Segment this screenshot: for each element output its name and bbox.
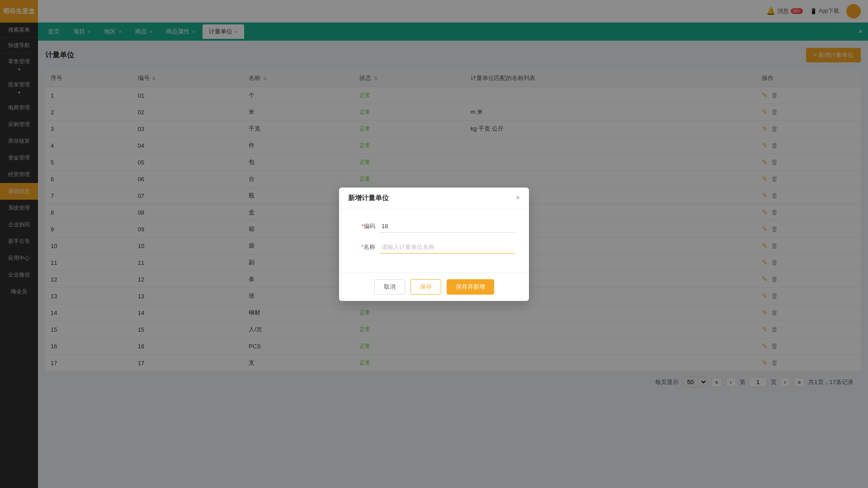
form-group-name: *名称	[353, 241, 515, 253]
modal-overlay: 新增计量单位 × *编码 *名称 取消 保存 保存并新增	[0, 0, 868, 488]
form-group-code: *编码	[353, 220, 515, 233]
add-unit-modal: 新增计量单位 × *编码 *名称 取消 保存 保存并新增	[339, 188, 529, 301]
name-label-text: 名称	[363, 244, 375, 250]
name-label: *名称	[353, 243, 375, 251]
code-label: *编码	[353, 222, 375, 230]
cancel-button[interactable]: 取消	[374, 279, 405, 295]
modal-footer: 取消 保存 保存并新增	[339, 272, 529, 301]
code-input[interactable]	[380, 220, 515, 233]
modal-close-button[interactable]: ×	[516, 194, 520, 202]
modal-body: *编码 *名称	[339, 209, 529, 272]
code-label-text: 编码	[363, 223, 375, 230]
save-button[interactable]: 保存	[410, 279, 441, 295]
save-and-new-button[interactable]: 保存并新增	[447, 279, 494, 295]
modal-header: 新增计量单位 ×	[339, 188, 529, 209]
name-input[interactable]	[380, 241, 515, 253]
modal-title: 新增计量单位	[348, 194, 389, 202]
